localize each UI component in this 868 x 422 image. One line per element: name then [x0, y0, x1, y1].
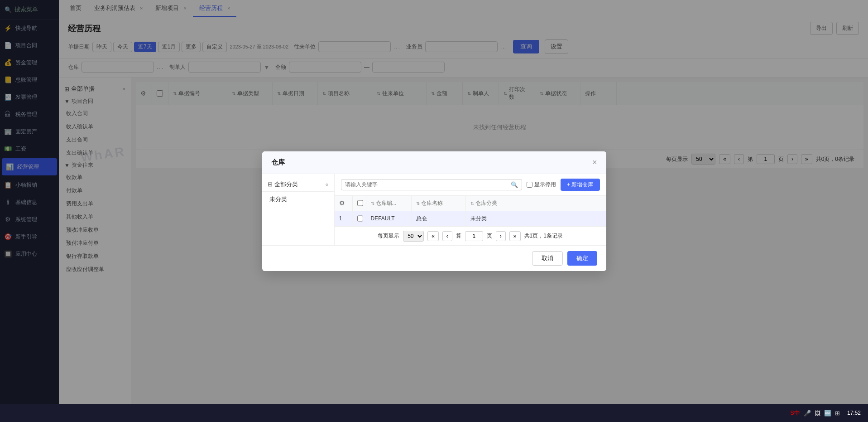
modal-per-page-label: 每页显示 [378, 232, 399, 240]
modal-collapse-btn[interactable]: « [326, 181, 329, 188]
modal-search-input[interactable] [345, 181, 508, 188]
modal-header: 仓库 × [262, 151, 606, 174]
show-disabled-label[interactable]: 显示停用 [527, 181, 556, 189]
modal-td-code: DEFAULT [366, 211, 412, 226]
taskbar-text-icon[interactable]: 🔤 [824, 410, 831, 417]
confirm-btn[interactable]: 确定 [567, 251, 597, 266]
modal-left-panel: ⊞ 全部分类 « 未分类 [262, 174, 335, 245]
modal-td-name: 总仓 [412, 211, 466, 226]
modal-footer: 取消 确定 [262, 245, 606, 271]
modal-last-btn[interactable]: » [509, 231, 521, 241]
modal-title: 仓库 [271, 158, 285, 167]
modal-table-row[interactable]: 1 DEFAULT 总仓 未分类 [335, 211, 606, 227]
modal-next-btn[interactable]: › [496, 231, 506, 241]
modal-table-header: ⚙ ⇅仓库编... ⇅仓库名称 ⇅仓库分类 [335, 196, 606, 211]
modal-page-suffix: 页 [487, 232, 492, 240]
add-warehouse-btn[interactable]: + 新增仓库 [561, 179, 599, 191]
warehouse-modal: 仓库 × ⊞ 全部分类 « 未分类 [262, 151, 606, 271]
modal-td-index: 1 [335, 211, 353, 226]
taskbar-grid-icon[interactable]: ⊞ [835, 410, 840, 417]
search-icon: 🔍 [511, 181, 518, 188]
cancel-btn[interactable]: 取消 [532, 251, 563, 266]
modal-th-category: ⇅仓库分类 [466, 196, 520, 211]
modal-td-category: 未分类 [466, 211, 520, 226]
modal-th-checkbox [353, 196, 366, 211]
modal-th-name: ⇅仓库名称 [412, 196, 466, 211]
modal-search-wrapper: 🔍 [341, 179, 523, 190]
modal-prev-btn[interactable]: ‹ [442, 231, 452, 241]
modal-close-btn[interactable]: × [592, 158, 597, 167]
show-disabled-checkbox[interactable] [527, 182, 532, 188]
modal-th-settings: ⚙ [335, 196, 353, 211]
modal-page-input[interactable] [465, 231, 483, 241]
modal-toolbar: 🔍 显示停用 + 新增仓库 [335, 174, 606, 196]
modal-pagination: 每页显示 50 « ‹ 算 页 › » 共1页，1条记录 [335, 227, 606, 245]
unclassified-label: 未分类 [269, 195, 287, 204]
taskbar-img-icon[interactable]: 🖼 [815, 410, 820, 417]
taskbar-s-icon: S中 [790, 409, 800, 417]
taskbar-mic-icon[interactable]: 🎤 [804, 410, 811, 417]
modal-body: ⊞ 全部分类 « 未分类 🔍 [262, 174, 606, 245]
modal-right-panel: 🔍 显示停用 + 新增仓库 ⚙ ⇅仓库编... ⇅仓库名称 ⇅仓 [335, 174, 606, 245]
modal-td-checkbox[interactable] [353, 211, 366, 226]
taskbar-time: 17:52 [847, 410, 861, 416]
modal-page-word: 算 [456, 232, 461, 240]
modal-first-btn[interactable]: « [427, 231, 439, 241]
taskbar-icons: S中 🎤 🖼 🔤 ⊞ [790, 409, 840, 417]
modal-per-page-select[interactable]: 50 [403, 231, 424, 242]
modal-overlay: 仓库 × ⊞ 全部分类 « 未分类 [0, 0, 868, 422]
taskbar: S中 🎤 🖼 🔤 ⊞ 17:52 [0, 404, 868, 422]
modal-table: ⚙ ⇅仓库编... ⇅仓库名称 ⇅仓库分类 1 DEFAULT 总仓 未分类 [335, 196, 606, 227]
gear-icon[interactable]: ⚙ [339, 199, 345, 207]
modal-th-code: ⇅仓库编... [366, 196, 412, 211]
all-category-label[interactable]: 全部分类 [274, 180, 298, 189]
unclassified-item[interactable]: 未分类 [262, 192, 334, 207]
all-category-icon: ⊞ [268, 181, 273, 188]
modal-total: 共1页，1条记录 [524, 232, 563, 240]
modal-select-all[interactable] [357, 200, 363, 206]
